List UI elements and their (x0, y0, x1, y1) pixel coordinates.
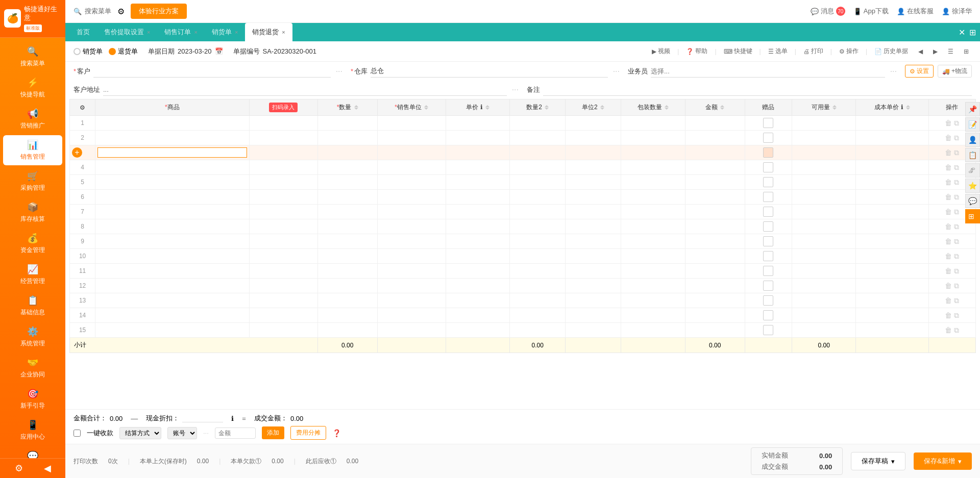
gift-checkbox[interactable] (763, 177, 773, 187)
radio-sales[interactable]: 销货单 (74, 47, 103, 56)
one-key-pay-checkbox[interactable] (74, 430, 81, 437)
copy-row-btn[interactable]: ⧉ (954, 119, 959, 128)
addr-dots[interactable]: ··· (512, 85, 519, 94)
remark-input[interactable] (543, 84, 972, 96)
sidebar-item-newbie[interactable]: 🎯新手引导 (3, 384, 62, 414)
settings-toolbar-btn[interactable]: ⚙设置 (905, 65, 934, 78)
warehouse-input[interactable] (371, 65, 608, 78)
copy-row-btn[interactable]: ⧉ (954, 148, 959, 157)
discount-input[interactable] (182, 414, 223, 422)
delete-row-btn[interactable]: 🗑 (945, 252, 952, 260)
copy-row-btn[interactable]: ⧉ (954, 326, 959, 335)
gift-checkbox[interactable] (763, 133, 773, 143)
sort-sale-unit[interactable] (424, 105, 428, 110)
copy-row-btn[interactable]: ⧉ (954, 222, 959, 231)
gift-checkbox[interactable] (763, 295, 773, 306)
history-btn[interactable]: 📄历史单据 (871, 45, 911, 57)
float-icon-1[interactable]: 📌 (965, 102, 980, 116)
sort-cost-price[interactable] (906, 105, 910, 110)
prev-btn[interactable]: ◀ (915, 46, 926, 57)
app-download-btn[interactable]: 📱 App下载 (853, 7, 889, 16)
sort-unit-price[interactable] (485, 105, 489, 110)
sort-qty2[interactable] (545, 105, 549, 110)
gift-checkbox[interactable] (763, 221, 773, 232)
gift-checkbox[interactable] (763, 310, 773, 320)
online-service-btn[interactable]: 👤 在线客服 (897, 7, 934, 16)
copy-row-btn[interactable]: ⧉ (954, 134, 959, 142)
message-btn[interactable]: 💬 消息 70 (811, 7, 845, 16)
gift-checkbox[interactable] (763, 162, 773, 172)
save-draft-button[interactable]: 保存草稿 ▾ (851, 452, 905, 470)
tab-close-all-btn[interactable]: ✕ (959, 28, 965, 37)
list-view-btn[interactable]: ☰ (945, 46, 957, 57)
warehouse-dots[interactable]: ··· (613, 67, 620, 76)
sidebar-item-marketing[interactable]: 📢营销推广 (3, 104, 62, 134)
delete-row-btn[interactable]: 🗑 (945, 282, 952, 290)
sort-unit2[interactable] (600, 105, 604, 110)
sidebar-item-quick[interactable]: ⚡快捷导航 (3, 73, 62, 103)
sort-pkg-qty[interactable] (665, 105, 669, 110)
customer-input[interactable] (93, 65, 331, 78)
gift-checkbox[interactable] (763, 192, 773, 202)
account-dots[interactable]: ··· (203, 429, 209, 437)
tab-sales-close[interactable]: × (235, 29, 238, 35)
sort-qty[interactable] (354, 105, 358, 110)
delete-row-btn[interactable]: 🗑 (945, 237, 952, 245)
next-btn[interactable]: ▶ (930, 46, 941, 57)
salesperson-input[interactable] (651, 65, 885, 78)
tab-home[interactable]: 首页 (69, 23, 97, 41)
th-barcode[interactable]: 扫码录入 (249, 99, 317, 116)
topbar-settings-icon[interactable]: ⚙ (117, 7, 125, 16)
copy-row-btn[interactable]: ⧉ (954, 237, 959, 246)
tab-sales-return-close[interactable]: × (282, 29, 285, 35)
delete-row-btn[interactable]: 🗑 (945, 296, 952, 305)
sidebar-item-wechat[interactable]: 💬企业微信 (3, 446, 62, 458)
add-button[interactable]: 添加 (262, 426, 284, 439)
sidebar-item-operation[interactable]: 📈经营管理 (3, 260, 62, 290)
sidebar-collapse-btn[interactable]: ◀ (44, 463, 51, 474)
sidebar-settings-btn[interactable]: ⚙ (15, 463, 23, 474)
gift-checkbox[interactable] (763, 251, 773, 261)
sidebar-item-app[interactable]: 📱应用中心 (3, 415, 62, 445)
float-icon-7[interactable]: 💬 (965, 194, 980, 208)
sidebar-item-inventory[interactable]: 📦库存核算 (3, 197, 62, 228)
shortcut-btn[interactable]: ⌨快捷键 (721, 45, 755, 57)
operation-btn[interactable]: ⚙操作 (836, 45, 862, 57)
gift-checkbox[interactable] (763, 325, 773, 335)
delete-row-btn[interactable]: 🗑 (945, 222, 952, 231)
delete-row-btn[interactable]: 🗑 (945, 134, 952, 142)
gift-checkbox[interactable] (763, 118, 773, 128)
trial-button[interactable]: 体验行业方案 (131, 4, 187, 19)
sidebar-item-enterprise[interactable]: 🤝企业协同 (3, 353, 62, 383)
delete-row-btn[interactable]: 🗑 (945, 178, 952, 186)
grid-view-btn[interactable]: ⊞ (961, 46, 972, 57)
video-btn[interactable]: ▶视频 (649, 45, 673, 57)
account-no-select[interactable]: 账号 (167, 427, 197, 439)
tab-sales-order-close[interactable]: × (194, 29, 197, 35)
logistics-btn[interactable]: 🚚+物流 (938, 65, 972, 78)
gift-checkbox[interactable] (763, 207, 773, 217)
expense-split-btn[interactable]: 费用分摊 (290, 426, 326, 440)
calendar-icon[interactable]: 📅 (215, 47, 223, 55)
search-area[interactable]: 🔍 搜索菜单 (74, 7, 111, 16)
sidebar-item-system[interactable]: ⚙️系统管理 (3, 322, 62, 352)
delete-row-btn[interactable]: 🗑 (945, 326, 952, 334)
tab-sales-return[interactable]: 销货退货 × (245, 23, 292, 41)
sidebar-item-purchase[interactable]: 🛒采购管理 (3, 166, 62, 196)
gift-checkbox[interactable] (763, 147, 773, 158)
sidebar-item-finance[interactable]: 💰资金管理 (3, 229, 62, 259)
gift-checkbox[interactable] (763, 281, 773, 291)
delete-row-btn[interactable]: 🗑 (945, 119, 952, 127)
user-area[interactable]: 👤 徐泽华 (942, 7, 972, 16)
copy-row-btn[interactable]: ⧉ (954, 193, 959, 202)
float-icon-5[interactable]: 🖇 (965, 163, 980, 178)
delete-row-btn[interactable]: 🗑 (945, 311, 952, 319)
copy-row-btn[interactable]: ⧉ (954, 163, 959, 172)
scan-button[interactable]: 扫码录入 (269, 103, 298, 112)
copy-row-btn[interactable]: ⧉ (954, 311, 959, 320)
salesperson-dots[interactable]: ··· (890, 67, 897, 76)
copy-row-btn[interactable]: ⧉ (954, 252, 959, 261)
delete-row-btn[interactable]: 🗑 (945, 148, 952, 157)
tab-price-settings[interactable]: 售价提取设置 × (97, 23, 157, 41)
delete-row-btn[interactable]: 🗑 (945, 267, 952, 275)
